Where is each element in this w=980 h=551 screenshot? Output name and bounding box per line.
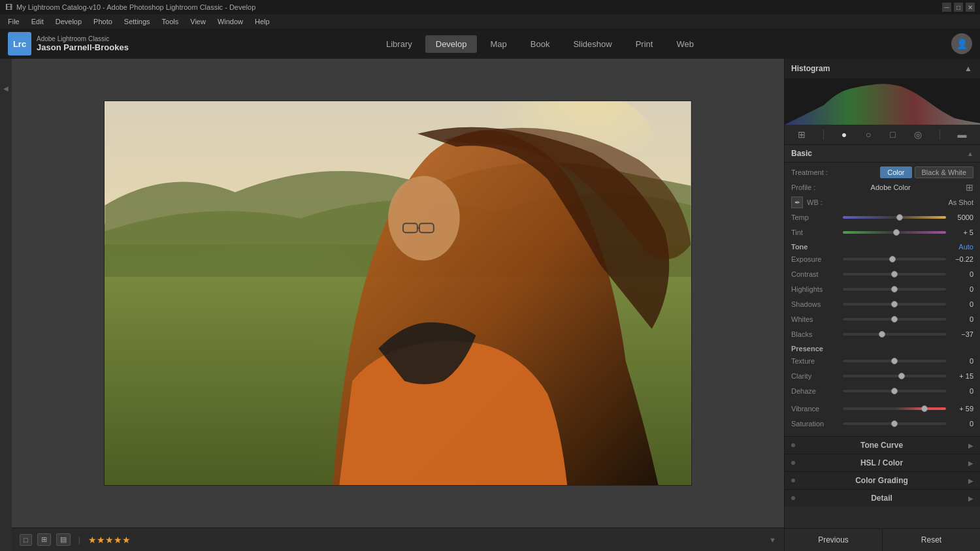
menu-edit[interactable]: Edit [26, 16, 49, 27]
vibrance-slider-row: Vibrance + 59 [791, 402, 973, 415]
tab-map[interactable]: Map [480, 35, 517, 53]
dehaze-thumb[interactable] [891, 388, 898, 394]
tint-slider[interactable] [843, 231, 946, 234]
texture-slider[interactable] [843, 360, 946, 362]
tint-thumb[interactable] [893, 229, 900, 236]
temp-slider[interactable] [843, 216, 946, 219]
contrast-thumb[interactable] [891, 271, 898, 277]
exposure-thumb[interactable] [889, 256, 896, 262]
clarity-slider-row: Clarity + 15 [791, 370, 973, 383]
shadows-thumb[interactable] [891, 301, 898, 307]
menu-file[interactable]: File [3, 16, 25, 27]
panel-footer: Previous Reset [785, 528, 980, 551]
minimize-button[interactable]: ─ [942, 3, 951, 12]
menu-photo[interactable]: Photo [88, 16, 118, 27]
detail-dot [791, 496, 795, 500]
tool-sep-1 [823, 129, 824, 140]
treatment-bw-button[interactable]: Black & White [915, 166, 973, 178]
profile-grid-icon[interactable]: ⊞ [966, 182, 973, 193]
color-grading-dot [791, 479, 795, 482]
histogram-header: Histogram ▲ [785, 59, 980, 79]
menu-settings[interactable]: Settings [119, 16, 155, 27]
clarity-label: Clarity [791, 372, 840, 380]
profile-label: Profile : [791, 183, 815, 191]
view-grid-button[interactable]: ⊞ [37, 533, 51, 546]
tab-slideshow[interactable]: Slideshow [563, 35, 622, 53]
histogram-collapse[interactable]: ▲ [963, 63, 973, 74]
blacks-slider-row: Blacks −37 [791, 328, 973, 341]
whites-thumb[interactable] [891, 316, 898, 323]
app-logo: Lrc Adobe Lightroom Classic Jason Parnel… [8, 32, 129, 55]
wb-value[interactable]: As Shot [948, 198, 973, 206]
shadows-slider[interactable] [843, 303, 946, 306]
dehaze-label: Dehaze [791, 387, 840, 395]
color-grading-section[interactable]: Color Grading ▶ [785, 471, 980, 489]
star-rating[interactable]: ★★★★★ [88, 535, 131, 545]
basic-title: Basic [791, 149, 812, 158]
maximize-button[interactable]: □ [954, 3, 963, 12]
tab-book[interactable]: Book [520, 35, 561, 53]
highlights-slider[interactable] [843, 288, 946, 291]
wb-picker[interactable]: ✒ [791, 197, 803, 208]
vibrance-label: Vibrance [791, 405, 840, 413]
tone-subsection: Tone Auto [791, 243, 973, 251]
clone-tool[interactable]: ○ [864, 128, 872, 141]
menu-view[interactable]: View [185, 16, 211, 27]
tab-library[interactable]: Library [376, 35, 423, 53]
radial-tool[interactable]: ◎ [913, 128, 923, 141]
crop-tool[interactable]: ⊞ [796, 128, 807, 141]
saturation-thumb[interactable] [891, 420, 898, 427]
left-panel-collapse[interactable]: ◀ [3, 85, 8, 92]
detail-section[interactable]: Detail ▶ [785, 489, 980, 507]
tab-print[interactable]: Print [625, 35, 664, 53]
temp-thumb[interactable] [896, 214, 903, 221]
detail-arrow: ▶ [968, 495, 973, 502]
basic-section-header[interactable]: Basic ▲ [785, 145, 980, 163]
blacks-slider[interactable] [843, 333, 946, 336]
dehaze-slider[interactable] [843, 390, 946, 392]
presence-subsection: Presence [791, 345, 973, 353]
clarity-slider[interactable] [843, 375, 946, 377]
profile-value[interactable]: Adobe Color [871, 183, 911, 191]
hsl-color-section[interactable]: HSL / Color ▶ [785, 454, 980, 471]
contrast-slider[interactable] [843, 273, 946, 276]
basic-panel-body: Treatment : Color Black & White Profile … [785, 163, 980, 436]
menu-help[interactable]: Help [250, 16, 275, 27]
user-avatar: 👤 [951, 33, 972, 54]
tone-curve-section[interactable]: Tone Curve ▶ [785, 436, 980, 454]
view-compare-button[interactable]: ▤ [56, 533, 71, 546]
exposure-slider[interactable] [843, 258, 946, 260]
tab-web[interactable]: Web [666, 35, 704, 53]
menu-tools[interactable]: Tools [157, 16, 184, 27]
title-bar: 🎞 My Lightroom Catalog-v10 - Adobe Photo… [0, 0, 980, 14]
view-single-button[interactable]: □ [20, 534, 32, 546]
texture-thumb[interactable] [891, 358, 898, 364]
clarity-thumb[interactable] [898, 373, 905, 379]
tab-develop[interactable]: Develop [425, 35, 478, 53]
menu-window[interactable]: Window [212, 16, 248, 27]
saturation-slider[interactable] [843, 422, 946, 425]
panel-scroll[interactable]: Basic ▲ Treatment : Color Black & White … [785, 145, 980, 528]
hsl-dot [791, 461, 795, 465]
whites-slider[interactable] [843, 318, 946, 321]
filmstrip-toggle[interactable]: ▼ [769, 536, 776, 544]
blacks-thumb[interactable] [879, 331, 885, 338]
vibrance-value: + 59 [949, 405, 973, 413]
previous-button[interactable]: Previous [785, 529, 882, 551]
menu-develop[interactable]: Develop [50, 16, 87, 27]
heal-tool[interactable]: ● [840, 128, 848, 141]
range-mask-tool[interactable]: ▬ [956, 128, 968, 141]
vibrance-slider[interactable] [843, 407, 946, 410]
dehaze-value: 0 [949, 387, 973, 395]
vibrance-thumb[interactable] [921, 405, 928, 412]
tone-auto[interactable]: Auto [958, 243, 973, 251]
basic-collapse[interactable]: ▲ [967, 150, 973, 157]
masking-tool[interactable]: □ [889, 128, 896, 141]
window-controls[interactable]: ─ □ ✕ [942, 3, 975, 12]
close-button[interactable]: ✕ [966, 3, 975, 12]
treatment-color-button[interactable]: Color [880, 166, 911, 178]
right-panel: Histogram ▲ ⊞ ● ○ □ [784, 59, 980, 551]
highlights-thumb[interactable] [891, 286, 898, 292]
texture-value: 0 [949, 357, 973, 365]
reset-button[interactable]: Reset [882, 529, 980, 551]
